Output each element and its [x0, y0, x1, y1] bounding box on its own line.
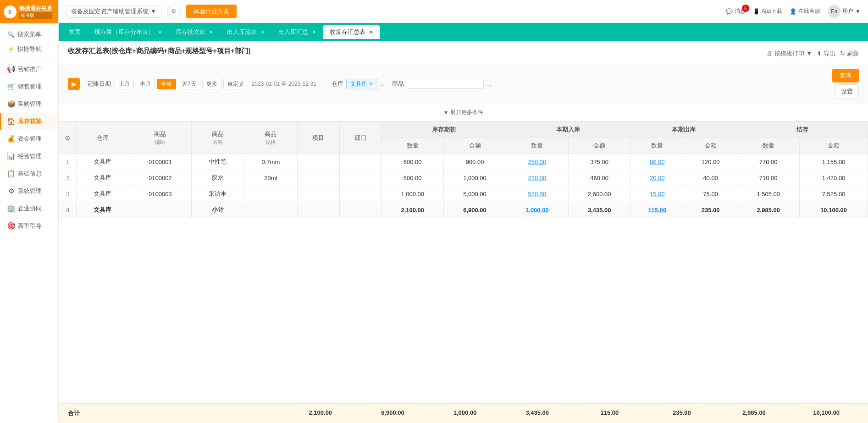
refresh-btn[interactable]: ↻ 刷新	[840, 49, 859, 58]
row-opening-amt: 6,900.00	[444, 202, 506, 218]
sidebar-item-inventory[interactable]: 🏠库存核算	[0, 113, 58, 130]
row-goods-spec: 20ml	[244, 170, 297, 186]
tab-inout-flow[interactable]: 出入库流水✕	[221, 25, 271, 39]
export-icon: ⬆	[817, 50, 822, 57]
date-option-2[interactable]: 本年	[157, 79, 176, 89]
gear-col-header[interactable]: ⚙	[59, 122, 77, 154]
tab-close-inout-summary[interactable]: ✕	[312, 29, 316, 35]
tab-close-inout-flow[interactable]: ✕	[260, 29, 265, 35]
refresh-icon: ↻	[840, 50, 845, 57]
row-warehouse: 文具库	[77, 186, 129, 202]
outbound-amt-header: 金额	[684, 138, 737, 154]
row-balance-qty: 1,505.00	[737, 186, 800, 202]
row-balance-qty: 710.00	[737, 170, 800, 186]
trial-btn[interactable]: 体验行业方案	[186, 5, 237, 18]
nav-icon-system: ⚙	[7, 187, 15, 195]
topbar-settings-btn[interactable]: ⚙	[167, 5, 181, 18]
print-icon: 🖨	[767, 50, 773, 57]
row-goods-spec: 0.7mm	[244, 154, 297, 170]
dropdown-icon: ▼	[150, 8, 156, 15]
row-outbound-amt: 75.00	[684, 186, 737, 202]
expand-more-btn[interactable]: ▼ 展开更多条件	[440, 107, 487, 118]
row-warehouse: 文具库	[77, 154, 129, 170]
goods-filter-input[interactable]	[407, 79, 484, 89]
tab-home[interactable]: 首页	[62, 25, 87, 39]
nav-label-guide: 新手引导	[18, 222, 42, 230]
online-service-btn[interactable]: 👤 在线客服	[790, 7, 820, 15]
sidebar-item-operations[interactable]: 📊经营管理	[0, 148, 58, 165]
goods-filter-more[interactable]: ...	[487, 81, 491, 87]
user-btn[interactable]: Ea 用户 ▼	[828, 5, 861, 18]
row-goods-code: 0100002	[129, 170, 191, 186]
content-area: 收发存汇总表(按仓库+商品编码+商品+规格型号+项目+部门) 🖨 按模板打印 ▼…	[59, 41, 868, 423]
row-balance-qty: 2,985.00	[737, 202, 800, 218]
filter-settings-btn[interactable]: 设置	[835, 84, 859, 99]
footer-outbound-qty: 115.00	[574, 407, 646, 419]
project-col-header: 项目	[298, 122, 340, 154]
system-name-label: 装备及固定资产辅助管理系统	[71, 7, 149, 16]
row-goods-name: 采访本	[191, 186, 244, 202]
warehouse-filter-label: 仓库	[332, 80, 343, 88]
row-project	[298, 170, 340, 186]
search-menu-item[interactable]: 🔍 搜索菜单	[4, 27, 55, 42]
tab-recv-send-summary[interactable]: 收发存汇总表✕	[323, 25, 380, 39]
tab-inout-summary[interactable]: 出入库汇总✕	[272, 25, 322, 39]
row-opening-qty: 2,100.00	[381, 202, 444, 218]
row-inbound-qty: 520.00	[506, 186, 568, 202]
row-outbound-amt: 40.00	[684, 170, 737, 186]
sidebar-item-guide[interactable]: 🎯新手引导	[0, 217, 58, 235]
export-btn[interactable]: ⬆ 导出	[817, 49, 835, 58]
row-no: 4	[59, 202, 77, 218]
nav-icon-basic: 📋	[7, 170, 15, 178]
sidebar-item-purchase[interactable]: 📦采购管理	[0, 95, 58, 113]
row-opening-amt: 5,000.00	[444, 186, 506, 202]
app-download-btn[interactable]: 📱 App下载	[753, 7, 782, 15]
sidebar-item-basic[interactable]: 📋基础信息	[0, 165, 58, 182]
sidebar-item-system[interactable]: ⚙系统管理	[0, 182, 58, 200]
online-service-label: 在线客服	[798, 7, 820, 15]
sidebar-item-marketing[interactable]: 📢营销推广	[0, 60, 58, 78]
nav-label-sales: 销售管理	[18, 82, 42, 91]
system-name-select[interactable]: 装备及固定资产辅助管理系统 ▼	[66, 5, 161, 18]
warehouse-tag-close[interactable]: ✕	[369, 81, 373, 87]
nav-icon-operations: 📊	[7, 152, 15, 160]
quick-nav-item[interactable]: ⚡ 快捷导航	[4, 42, 55, 56]
message-icon: 💬	[726, 8, 733, 15]
search-icon: 🔍	[7, 31, 15, 38]
opening-qty-header: 数量	[381, 138, 444, 154]
nav-icon-guide: 🎯	[7, 222, 15, 230]
sidebar-item-sales[interactable]: 🛒销售管理	[0, 78, 58, 95]
warehouse-filter: 仓库 文具库 ✕ ...	[332, 79, 385, 89]
inbound-amt-header: 金额	[568, 138, 630, 154]
print-btn[interactable]: 🖨 按模板打印 ▼	[767, 49, 812, 58]
date-option-4[interactable]: 更多	[202, 79, 221, 89]
filter-toggle-btn[interactable]: ▶	[68, 78, 80, 90]
date-option-3[interactable]: 近7天	[178, 79, 200, 89]
row-inbound-qty: 1,000.00	[506, 202, 568, 218]
date-option-5[interactable]: 自定义	[223, 79, 248, 89]
nav-label-marketing: 营销推广	[18, 65, 42, 73]
inbound-qty-header: 数量	[506, 138, 568, 154]
tab-close-recv-send-summary[interactable]: ✕	[369, 29, 373, 35]
table-settings-icon[interactable]: ⚙	[65, 134, 71, 142]
tab-close-inventory-dist[interactable]: ✕	[158, 29, 162, 35]
date-option-1[interactable]: 本月	[136, 79, 155, 89]
query-btn[interactable]: 查询	[832, 69, 859, 82]
tab-inventory-dist[interactable]: 现存量（库存分布表）✕	[88, 25, 168, 39]
messages-btn[interactable]: 💬 消息 6	[726, 7, 746, 15]
inbound-group-header: 本期入库	[506, 122, 630, 138]
date-option-0[interactable]: 上月	[115, 79, 134, 89]
warehouse-filter-more[interactable]: ...	[380, 81, 385, 87]
tab-label-home: 首页	[69, 28, 81, 36]
page-title: 收发存汇总表(按仓库+商品编码+商品+规格型号+项目+部门)	[68, 47, 251, 55]
tab-label-recv-send-summary: 收发存汇总表	[330, 28, 365, 36]
goods-name-col-header: 商品名称	[191, 122, 244, 154]
sidebar-item-finance[interactable]: 💰资金管理	[0, 130, 58, 148]
row-inbound-amt: 3,435.00	[568, 202, 630, 218]
row-outbound-qty: 80.00	[630, 154, 684, 170]
row-inbound-qty: 230.00	[506, 170, 568, 186]
tab-batch[interactable]: 库存批次账✕	[169, 25, 220, 39]
warehouse-tag[interactable]: 文具库 ✕	[346, 79, 377, 89]
tab-close-batch[interactable]: ✕	[209, 29, 213, 35]
sidebar-item-enterprise[interactable]: 🏢企业协同	[0, 200, 58, 217]
